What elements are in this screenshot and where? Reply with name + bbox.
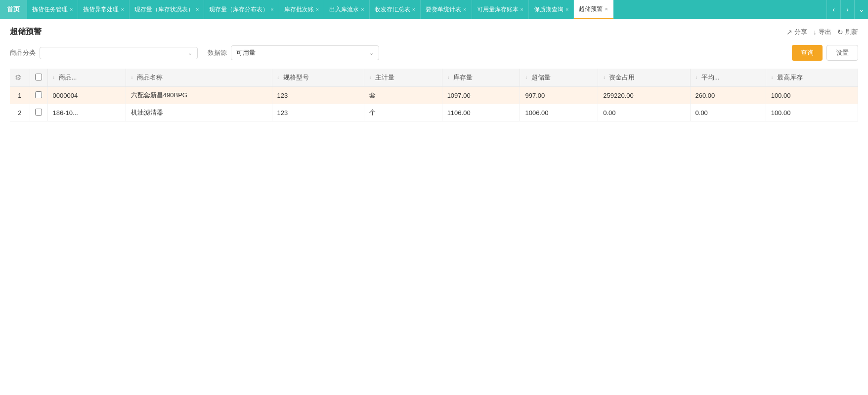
th-capital[interactable]: ↕ 资金占用 [598,69,690,87]
tab-close-7[interactable]: × [412,6,415,12]
tab-close-10[interactable]: × [565,6,568,12]
header-actions: ↗ 分享 ↓ 导出 ↻ 刷新 [786,28,858,37]
tab-close-6[interactable]: × [361,6,364,12]
tab-close-3[interactable]: × [196,6,199,12]
category-label: 商品分类 [10,48,36,57]
tab-close-8[interactable]: × [463,6,466,12]
tab-要货单统计表[interactable]: 要货单统计表 × [421,0,472,19]
tab-拣货任务管理[interactable]: 拣货任务管理 × [27,0,78,19]
row-2-unit: 个 [364,104,442,121]
row-num-1: 1 [10,87,30,104]
row-2-stock: 1106.00 [442,104,520,121]
sort-icon-product-name: ↕ [131,76,133,80]
row-1-stock: 1097.00 [442,87,520,104]
tab-close-5[interactable]: × [316,6,319,12]
category-dropdown-icon: ⌄ [188,50,192,56]
th-over-stock[interactable]: ↕ 超储量 [520,69,598,87]
filter-row: 商品分类 ⌄ 数据源 可用量 ⌄ 查询 设置 [10,45,858,61]
datasource-select-value: 可用量 [236,48,256,57]
sort-icon-over-stock: ↕ [525,76,527,80]
datasource-filter-group: 数据源 可用量 ⌄ [208,45,379,60]
sort-icon-product-id: ↕ [53,76,55,80]
category-select[interactable]: ⌄ [40,47,198,59]
row-1-max-stock: 100.00 [766,87,858,104]
tab-出入库流水[interactable]: 出入库流水 × [324,0,369,19]
page-header: 超储预警 ↗ 分享 ↓ 导出 ↻ 刷新 [10,27,858,37]
share-icon: ↗ [786,28,792,36]
top-nav: 首页 拣货任务管理 × 拣货异常处理 × 现存量（库存状况表） × 现存量（库存… [0,0,868,19]
tab-现存量库存状况表[interactable]: 现存量（库存状况表） × [130,0,204,19]
tab-超储预警[interactable]: 超储预警 × [574,0,613,19]
tab-收发存汇总表[interactable]: 收发存汇总表 × [370,0,421,19]
sort-icon-avg: ↕ [695,76,698,80]
row-1-over-stock: 997.00 [520,87,598,104]
sort-icon-unit: ↕ [369,76,372,80]
nav-menu-arrow[interactable]: ⌄ [854,0,868,19]
row-1-unit: 套 [364,87,442,104]
th-avg[interactable]: ↕ 平均... [690,69,766,87]
settings-button[interactable]: 设置 [826,45,858,61]
page-title: 超储预警 [10,27,42,37]
row-1-capital: 259220.00 [598,87,690,104]
refresh-button[interactable]: ↻ 刷新 [837,28,858,37]
datasource-select[interactable]: 可用量 ⌄ [231,45,379,60]
table-settings-icon[interactable]: ⚙ [15,73,21,81]
row-2-capital: 0.00 [598,104,690,121]
row-1-product-name: 六配套新昌490BPG [126,87,272,104]
row-1-spec: 123 [272,87,364,104]
th-product-id[interactable]: ↕ 商品... [47,69,126,87]
table-row: 2 186-10... 机油滤清器 123 个 1106.00 1006.00 … [10,104,858,121]
datasource-label: 数据源 [208,48,227,57]
row-2-over-stock: 1006.00 [520,104,598,121]
row-2-spec: 123 [272,104,364,121]
refresh-icon: ↻ [837,28,843,36]
row-2-max-stock: 100.00 [766,104,858,121]
datasource-dropdown-icon: ⌄ [369,50,374,56]
sort-icon-capital: ↕ [603,76,606,80]
row-2-product-name: 机油滤清器 [126,104,272,121]
row-1-checkbox[interactable] [35,91,42,98]
tab-拣货异常处理[interactable]: 拣货异常处理 × [78,0,129,19]
row-2-product-id: 186-10... [47,104,126,121]
row-1-avg: 260.00 [690,87,766,104]
filter-actions: 查询 设置 [792,45,858,61]
nav-arrows: ‹ › ⌄ [826,0,868,19]
data-table: ⚙ ↕ 商品... ↕ 商品名称 ↕ 规格型号 ↕ [10,69,858,121]
th-spec[interactable]: ↕ 规格型号 [272,69,364,87]
th-max-stock[interactable]: ↕ 最高库存 [766,69,858,87]
sort-icon-max-stock: ↕ [771,76,774,80]
sort-icon-spec: ↕ [277,76,280,80]
export-icon: ↓ [813,28,817,36]
th-product-name[interactable]: ↕ 商品名称 [126,69,272,87]
tab-保质期查询[interactable]: 保质期查询 × [529,0,574,19]
share-button[interactable]: ↗ 分享 [786,28,807,37]
tab-可用量库存账本[interactable]: 可用量库存账本 × [472,0,529,19]
tab-close-9[interactable]: × [521,6,523,12]
export-button[interactable]: ↓ 导出 [813,28,831,37]
row-1-checkbox-cell [30,87,47,104]
row-2-avg: 0.00 [690,104,766,121]
th-unit[interactable]: ↕ 主计量 [364,69,442,87]
tab-close-2[interactable]: × [121,6,124,12]
tab-close-11[interactable]: × [605,6,608,12]
category-filter-group: 商品分类 ⌄ [10,47,198,59]
table-body: 1 0000004 六配套新昌490BPG 123 套 1097.00 997.… [10,87,858,121]
th-stock[interactable]: ↕ 库存量 [442,69,520,87]
query-button[interactable]: 查询 [792,45,823,61]
tab-现存量库存分布表[interactable]: 现存量（库存分布表） × [204,0,279,19]
th-checkbox [30,69,47,87]
page-content: 超储预警 ↗ 分享 ↓ 导出 ↻ 刷新 商品分类 ⌄ 数据源 [0,19,868,395]
nav-home[interactable]: 首页 [0,0,27,19]
th-settings: ⚙ [10,69,30,87]
tab-close-4[interactable]: × [270,6,273,12]
tab-close-1[interactable]: × [70,6,73,12]
nav-prev-arrow[interactable]: ‹ [826,0,840,19]
select-all-checkbox[interactable] [35,74,42,80]
table-header: ⚙ ↕ 商品... ↕ 商品名称 ↕ 规格型号 ↕ [10,69,858,87]
row-1-product-id: 0000004 [47,87,126,104]
tab-库存批次账[interactable]: 库存批次账 × [279,0,324,19]
nav-next-arrow[interactable]: › [840,0,854,19]
row-2-checkbox-cell [30,104,47,121]
row-2-checkbox[interactable] [35,109,42,116]
row-num-2: 2 [10,104,30,121]
